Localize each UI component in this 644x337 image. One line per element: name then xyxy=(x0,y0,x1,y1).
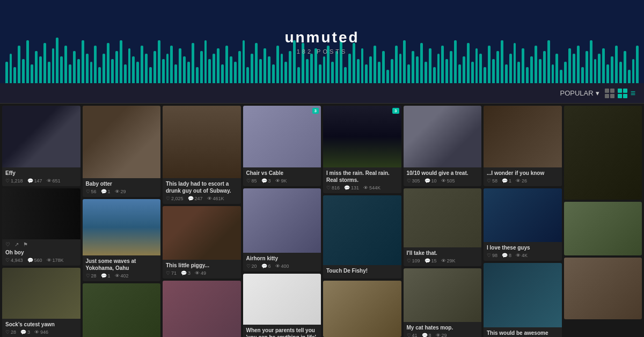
grid-cell xyxy=(605,94,609,98)
views-stat: 👁 29K xyxy=(441,258,456,263)
card-thumb-air-horn-text xyxy=(243,274,321,325)
column-col5: 3I miss the rain. Real rain. Real storms… xyxy=(323,106,401,335)
card-title: Touch De Fishy! xyxy=(326,267,398,274)
card-dark-animals[interactable] xyxy=(564,106,642,200)
card-title: This lady had to escort a drunk guy out … xyxy=(166,180,238,194)
likes-stat: ♡ 109 xyxy=(407,258,420,263)
card-just-some-waves[interactable]: Just some waves at Yokohama, Oahu♡ 28💬 1… xyxy=(83,199,161,281)
share-icon[interactable]: ↗ xyxy=(14,241,19,247)
card-thumb-i-miss-rain: 3 xyxy=(323,106,401,167)
card-animal-bottom[interactable] xyxy=(564,258,642,319)
card-stats: ♡ 4,943💬 560👁 178K xyxy=(5,258,77,263)
card-touch-de-fishy[interactable]: Touch De Fishy! xyxy=(323,195,401,279)
card-thumb-airhorn-kitty xyxy=(243,188,321,253)
card-wife-asks[interactable]: When my wife asks if I smoked again♡ 2,1… xyxy=(83,283,161,337)
card-info-would-be-awesome: This would be awesome♡ 1,247💬 16👁 218 xyxy=(484,327,562,337)
card-would-be-awesome[interactable]: This would be awesome♡ 1,247💬 16👁 218 xyxy=(484,263,562,337)
card-stats: ♡ 56💬 1👁 29 xyxy=(86,189,158,194)
card-title: I'll take that. xyxy=(407,250,479,257)
likes-stat: ♡ 816 xyxy=(326,185,340,191)
card-airhorn-kitty[interactable]: Airhorn kitty♡ 20💬 6👁 400 xyxy=(243,188,321,272)
list-view-button[interactable]: ≡ xyxy=(631,89,635,98)
column-col3: This lady had to escort a drunk guy out … xyxy=(163,106,241,335)
card-effy[interactable]: Effy♡ 1,218💬 147👁 651 xyxy=(2,106,80,186)
card-stats: ♡ 85💬 3👁 9K xyxy=(246,178,318,184)
card-info-i-miss-rain: I miss the rain. Real rain. Real storms.… xyxy=(323,167,401,193)
card-title: I love these guys xyxy=(487,244,559,251)
comments-stat: 💬 15 xyxy=(425,258,437,263)
post-badge: 3 xyxy=(312,108,319,114)
comment-icon: 💬 xyxy=(101,189,107,194)
comment-icon: 💬 xyxy=(20,329,26,335)
comment-icon: 💬 xyxy=(261,263,267,269)
comment-icon: 💬 xyxy=(344,185,350,191)
views-stat: 👁 9K xyxy=(275,178,287,184)
card-sock-cutest-yawn[interactable]: Sock's cutest yawn♡ 28💬 3👁 946 xyxy=(2,268,80,337)
comments-stat: 💬 6 xyxy=(261,263,271,269)
card-bird-snail[interactable] xyxy=(564,202,642,255)
grid-cell xyxy=(618,89,622,93)
card-thumb-lady-escort xyxy=(163,106,241,178)
chevron-down-icon: ▾ xyxy=(596,89,599,97)
card-would-give-treat[interactable]: 10/10 would give a treat.♡ 305💬 10👁 505 xyxy=(404,106,482,186)
card-pink-bottom[interactable] xyxy=(163,281,241,337)
card-stats: ♡ 20💬 6👁 400 xyxy=(246,263,318,269)
views-stat: 👁 26 xyxy=(516,178,527,184)
card-thumb-touch-de-fishy xyxy=(323,195,401,265)
card-baby-otter[interactable]: Baby otter♡ 56💬 1👁 29 xyxy=(83,106,161,197)
post-count: 182 POSTS xyxy=(284,48,359,55)
heart-icon: ♡ xyxy=(86,189,90,194)
eye-icon: 👁 xyxy=(275,263,280,269)
card-cat-sand[interactable] xyxy=(323,281,401,337)
heart-icon: ♡ xyxy=(86,273,90,279)
heart-icon: ♡ xyxy=(487,178,491,184)
card-stats: ♡ 71💬 3👁 49 xyxy=(166,270,238,276)
likes-stat: ♡ 20 xyxy=(246,263,257,269)
card-thumb-love-these-guys xyxy=(484,188,562,242)
comment-icon: 💬 xyxy=(425,258,430,263)
card-ill-take-that[interactable]: I'll take that.♡ 109💬 15👁 29K xyxy=(404,188,482,266)
comments-stat: 💬 8 xyxy=(502,253,511,258)
heart-icon: ♡ xyxy=(5,329,10,335)
card-title: When your parents tell you 'you can be a… xyxy=(246,327,318,337)
eye-icon: 👁 xyxy=(441,178,446,184)
card-thumb-cat-hates-mop xyxy=(404,268,482,322)
comments-stat: 💬 3 xyxy=(261,178,271,184)
views-stat: 👁 49 xyxy=(195,270,206,276)
likes-stat: ♡ 56 xyxy=(86,189,97,194)
card-love-these-guys[interactable]: I love these guys♡ 98💬 8👁 4K xyxy=(484,188,562,261)
card-title: Just some waves at Yokohama, Oahu xyxy=(86,258,158,272)
heart-icon[interactable]: ♡ xyxy=(5,241,10,247)
card-thumb-ill-take-that xyxy=(404,188,482,247)
views-stat: 👁 544K xyxy=(363,185,380,191)
header: unmuted 182 POSTS xyxy=(0,0,644,83)
card-oh-boy[interactable]: ♡↗⚑Oh boy♡ 4,943💬 560👁 178K xyxy=(2,188,80,266)
card-info-effy: Effy♡ 1,218💬 147👁 651 xyxy=(2,167,80,186)
flag-icon[interactable]: ⚑ xyxy=(23,241,28,247)
sort-button[interactable]: POPULAR ▾ xyxy=(560,89,599,97)
comment-icon: 💬 xyxy=(101,273,107,279)
card-info-cat-hates-mop: My cat hates mop.♡ 41💬 8👁 29 xyxy=(404,322,482,337)
comments-stat: 💬 247 xyxy=(188,196,203,201)
grid-cell xyxy=(618,94,622,98)
card-cat-hates-mop[interactable]: My cat hates mop.♡ 41💬 8👁 29 xyxy=(404,268,482,337)
comment-icon: 💬 xyxy=(188,196,194,201)
column-col6: 10/10 would give a treat.♡ 305💬 10👁 505I… xyxy=(404,106,482,335)
card-i-miss-rain[interactable]: 3I miss the rain. Real rain. Real storms… xyxy=(323,106,401,193)
card-wonder-if-you-know[interactable]: ...I wonder if you know♡ 58💬 1👁 26 xyxy=(484,106,562,186)
comments-stat: 💬 1 xyxy=(101,273,111,279)
eye-icon: 👁 xyxy=(34,329,39,335)
card-chair-vs-cable[interactable]: 3Chair vs Cable♡ 85💬 3👁 9K xyxy=(243,106,321,186)
card-title: 10/10 would give a treat. xyxy=(407,170,479,177)
card-stats: ♡ 58💬 1👁 26 xyxy=(487,178,559,184)
masonry-view-button[interactable] xyxy=(618,89,627,98)
grid-view-button[interactable] xyxy=(605,89,614,98)
card-air-horn-text[interactable]: When your parents tell you 'you can be a… xyxy=(243,274,321,337)
card-little-piggy[interactable]: This little piggy...♡ 71💬 3👁 49 xyxy=(163,206,241,279)
card-stats: ♡ 109💬 15👁 29K xyxy=(407,258,479,263)
card-lady-escort[interactable]: This lady had to escort a drunk guy out … xyxy=(163,106,241,204)
views-stat: 👁 946 xyxy=(34,329,48,335)
column-col4: 3Chair vs Cable♡ 85💬 3👁 9KAirhorn kitty♡… xyxy=(243,106,321,335)
card-info-little-piggy: This little piggy...♡ 71💬 3👁 49 xyxy=(163,260,241,279)
comments-stat: 💬 3 xyxy=(20,329,30,335)
